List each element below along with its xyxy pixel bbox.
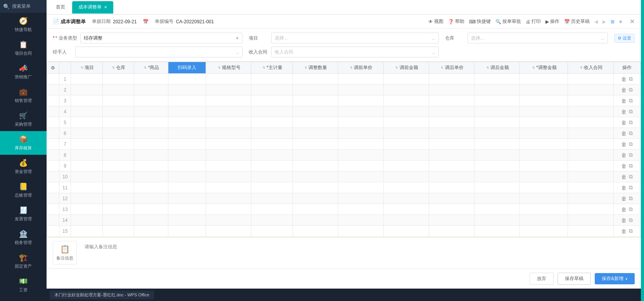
row-scan-cell[interactable]	[168, 193, 206, 204]
row-income-contract-cell[interactable]	[568, 85, 613, 95]
copy-icon[interactable]: ⧉	[629, 141, 633, 147]
row-spec-cell[interactable]	[206, 74, 251, 85]
col-adj-qty[interactable]: ⇅ 调整数量	[293, 62, 338, 74]
row-product-cell[interactable]	[134, 182, 168, 193]
copy-icon[interactable]: ⧉	[629, 217, 633, 223]
row-income-contract-cell[interactable]	[568, 161, 613, 171]
row-adj-price-cell[interactable]	[429, 182, 474, 193]
row-adj-total-cell[interactable]	[520, 85, 568, 95]
row-spec-cell[interactable]	[206, 150, 251, 161]
copy-icon[interactable]: ⧉	[629, 163, 633, 169]
row-adj-price-cell[interactable]	[429, 193, 474, 204]
row-warehouse-cell[interactable]	[102, 226, 134, 237]
action-print[interactable]: 🖨 打印	[526, 18, 541, 25]
copy-icon[interactable]: ⧉	[629, 195, 633, 202]
row-unit-cell[interactable]	[251, 95, 293, 106]
delete-icon[interactable]: 🗑	[621, 185, 627, 191]
row-spec-cell[interactable]	[206, 182, 251, 193]
row-prev-price-cell[interactable]	[338, 117, 383, 128]
row-prev-amt-cell[interactable]	[383, 74, 429, 85]
row-adj-price-cell[interactable]	[429, 139, 474, 150]
col-adj-unit-price[interactable]: ⇅ 调后单价	[429, 62, 474, 74]
delete-icon[interactable]: 🗑	[621, 228, 627, 234]
row-spec-cell[interactable]	[206, 95, 251, 106]
action-operation[interactable]: ▶ 操作	[545, 18, 559, 25]
row-spec-cell[interactable]	[206, 106, 251, 117]
action-help[interactable]: ❓ 帮助	[448, 18, 464, 25]
copy-icon[interactable]: ⧉	[629, 130, 633, 137]
row-income-contract-cell[interactable]	[568, 117, 613, 128]
row-adj-price-cell[interactable]	[429, 161, 474, 171]
row-adj-amt-cell[interactable]	[474, 171, 520, 182]
action-view[interactable]: 👁 视图	[428, 18, 443, 25]
row-adj-amt-cell[interactable]	[474, 193, 520, 204]
col-warehouse[interactable]: ⇅ 仓库	[102, 62, 134, 74]
col-product[interactable]: ⇅ *商品	[134, 62, 168, 74]
row-spec-cell[interactable]	[206, 85, 251, 95]
row-prev-amt-cell[interactable]	[383, 171, 429, 182]
row-prev-price-cell[interactable]	[338, 161, 383, 171]
row-adj-total-cell[interactable]	[520, 150, 568, 161]
delete-icon[interactable]: 🗑	[621, 76, 627, 82]
col-settings[interactable]: ⚙	[47, 62, 59, 74]
row-project-cell[interactable]	[71, 204, 102, 215]
col-spec-type[interactable]: ⇅ 规格型号	[206, 62, 251, 74]
sidebar-item-inventory[interactable]: 📦库存核算	[0, 131, 47, 155]
row-warehouse-cell[interactable]	[102, 171, 134, 182]
row-prev-amt-cell[interactable]	[383, 117, 429, 128]
row-income-contract-cell[interactable]	[568, 171, 613, 182]
sidebar-item-salary[interactable]: 💵工资	[0, 273, 47, 297]
row-prev-price-cell[interactable]	[338, 85, 383, 95]
row-warehouse-cell[interactable]	[102, 215, 134, 226]
row-adj-qty-cell[interactable]	[293, 171, 338, 182]
row-income-contract-cell[interactable]	[568, 95, 613, 106]
row-product-cell[interactable]	[134, 226, 168, 237]
row-adj-amt-cell[interactable]	[474, 139, 520, 150]
row-product-cell[interactable]	[134, 204, 168, 215]
row-product-cell[interactable]	[134, 215, 168, 226]
row-scan-cell[interactable]	[168, 117, 206, 128]
row-prev-price-cell[interactable]	[338, 74, 383, 85]
row-scan-cell[interactable]	[168, 85, 206, 95]
row-scan-cell[interactable]	[168, 106, 206, 117]
col-project[interactable]: ⇅ 项目	[71, 62, 102, 74]
row-adj-qty-cell[interactable]	[293, 204, 338, 215]
row-adj-qty-cell[interactable]	[293, 139, 338, 150]
row-scan-cell[interactable]	[168, 95, 206, 106]
row-warehouse-cell[interactable]	[102, 85, 134, 95]
copy-icon[interactable]: ⧉	[629, 152, 633, 158]
row-product-cell[interactable]	[134, 128, 168, 139]
row-prev-amt-cell[interactable]	[383, 150, 429, 161]
row-adj-total-cell[interactable]	[520, 226, 568, 237]
notes-icon-block[interactable]: 📋 备注信息	[53, 241, 77, 265]
row-project-cell[interactable]	[71, 182, 102, 193]
row-warehouse-cell[interactable]	[102, 193, 134, 204]
row-prev-amt-cell[interactable]	[383, 128, 429, 139]
row-warehouse-cell[interactable]	[102, 150, 134, 161]
copy-icon[interactable]: ⧉	[629, 76, 633, 82]
row-unit-cell[interactable]	[251, 106, 293, 117]
sidebar-item-project-contract[interactable]: 📋项目合同	[0, 36, 47, 60]
row-scan-cell[interactable]	[168, 161, 206, 171]
row-project-cell[interactable]	[71, 85, 102, 95]
row-unit-cell[interactable]	[251, 117, 293, 128]
row-prev-amt-cell[interactable]	[383, 161, 429, 171]
row-adj-total-cell[interactable]	[520, 139, 568, 150]
row-scan-cell[interactable]	[168, 182, 206, 193]
sidebar-item-ops-mgmt[interactable]: 📊经营管理	[0, 297, 47, 301]
row-project-cell[interactable]	[71, 95, 102, 106]
row-project-cell[interactable]	[71, 150, 102, 161]
row-prev-amt-cell[interactable]	[383, 193, 429, 204]
row-adj-price-cell[interactable]	[429, 204, 474, 215]
row-spec-cell[interactable]	[206, 215, 251, 226]
row-prev-price-cell[interactable]	[338, 215, 383, 226]
row-prev-amt-cell[interactable]	[383, 182, 429, 193]
copy-icon[interactable]: ⧉	[629, 173, 633, 180]
row-prev-amt-cell[interactable]	[383, 204, 429, 215]
action-history[interactable]: 📅 历史草稿	[564, 18, 590, 25]
row-adj-qty-cell[interactable]	[293, 193, 338, 204]
row-adj-total-cell[interactable]	[520, 128, 568, 139]
row-unit-cell[interactable]	[251, 193, 293, 204]
row-warehouse-cell[interactable]	[102, 117, 134, 128]
row-project-cell[interactable]	[71, 106, 102, 117]
